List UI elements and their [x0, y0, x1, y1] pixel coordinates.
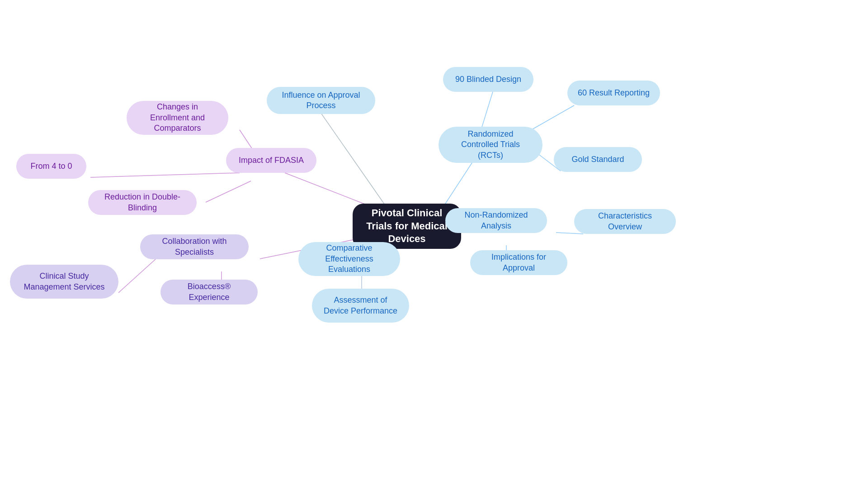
svg-line-3 — [529, 105, 574, 131]
influence-node: Influence on Approval Process — [267, 87, 375, 114]
blinded-node: 90 Blinded Design — [443, 67, 533, 92]
result-reporting-node: 60 Result Reporting — [567, 81, 660, 105]
clinical-study-node: Clinical Study Management Services — [10, 265, 118, 299]
svg-line-10 — [285, 173, 375, 208]
collab-node: Collaboration with Specialists — [140, 234, 249, 259]
gold-standard-node: Gold Standard — [554, 147, 642, 172]
impact-fdasia-node: Impact of FDASIA — [226, 148, 316, 173]
implications-node: Implications for Approval — [470, 250, 567, 275]
non-randomized-node: Non-Randomized Analysis — [445, 208, 547, 233]
svg-line-6 — [556, 233, 583, 234]
svg-line-12 — [90, 173, 240, 177]
comparative-node: Comparative Effectiveness Evaluations — [298, 242, 400, 276]
bioaccess-node: Bioaccess® Experience — [160, 280, 258, 304]
reduction-node: Reduction in Double-Blinding — [88, 190, 197, 215]
svg-line-16 — [118, 259, 156, 293]
device-performance-node: Assessment of Device Performance — [312, 289, 409, 323]
characteristics-node: Characteristics Overview — [574, 209, 676, 234]
svg-line-13 — [206, 181, 251, 202]
changes-node: Changes in Enrollment and Comparators — [127, 101, 228, 135]
rct-node: Randomized Controlled Trials (RCTs) — [439, 127, 542, 163]
svg-line-0 — [321, 113, 387, 207]
from-to-node: From 4 to 0 — [16, 154, 86, 179]
